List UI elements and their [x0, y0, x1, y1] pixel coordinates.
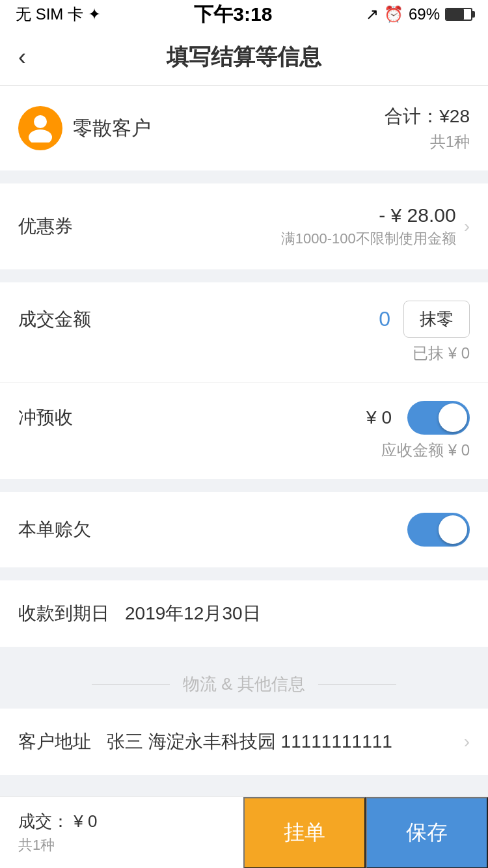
transaction-amount: 0 [379, 307, 390, 331]
debt-row: 本单赊欠 [0, 492, 488, 567]
back-button[interactable]: ‹ [18, 44, 26, 71]
prereceive-right: ¥ 0 [366, 401, 470, 435]
toggle-knob [439, 403, 467, 432]
battery-percent: 69% [409, 5, 440, 23]
bottom-transaction-label: 成交： [18, 811, 69, 831]
round-button[interactable]: 抹零 [403, 301, 470, 338]
bottom-left: 成交： ¥ 0 共1种 [0, 810, 243, 855]
status-time: 下午3:18 [194, 1, 272, 28]
direction-icon: ↗ [366, 5, 379, 23]
address-section[interactable]: 客户地址 张三 海淀永丰科技园 11111111111 › [0, 709, 488, 775]
avatar [18, 106, 62, 150]
bottom-count: 共1种 [18, 835, 225, 855]
logistics-text: 物流 & 其他信息 [183, 673, 305, 696]
prereceive-toggle[interactable] [407, 401, 470, 435]
address-chevron-icon: › [464, 731, 470, 752]
status-right: ↗ ⏰ 69% [366, 5, 472, 23]
debt-toggle-knob [439, 515, 467, 544]
customer-left: 零散客户 [18, 106, 151, 150]
coupon-amount: - ¥ 28.00 [281, 204, 456, 226]
coupon-info: - ¥ 28.00 满1000-100不限制使用金额 [281, 204, 456, 249]
logistics-line-right [318, 684, 396, 685]
customer-name: 零散客户 [73, 115, 151, 142]
page-title: 填写结算等信息 [167, 42, 321, 72]
transaction-label: 成交金额 [18, 307, 91, 332]
sim-label: 无 SIM 卡 ✦ [16, 4, 101, 25]
customer-total: 合计：¥28 共1种 [385, 104, 470, 152]
prereceive-row: 冲预收 ¥ 0 [0, 382, 488, 440]
prereceive-label: 冲预收 [18, 405, 73, 430]
duedate-section: 收款到期日 2019年12月30日 [0, 580, 488, 647]
nav-bar: ‹ 填写结算等信息 [0, 29, 488, 86]
hold-button[interactable]: 挂单 [243, 797, 366, 869]
bottom-transaction-amount: ¥ 0 [74, 811, 97, 831]
coupon-desc: 满1000-100不限制使用金额 [281, 229, 456, 249]
transaction-row: 成交金额 0 抹零 [0, 282, 488, 343]
battery-icon [445, 8, 472, 21]
bottom-transaction: 成交： ¥ 0 [18, 810, 225, 833]
chevron-right-icon: › [464, 216, 470, 237]
debt-toggle[interactable] [407, 513, 470, 547]
duedate-label: 收款到期日 [18, 601, 109, 626]
address-label: 客户地址 [18, 729, 91, 754]
customer-section: 零散客户 合计：¥28 共1种 [0, 86, 488, 170]
duedate-value: 2019年12月30日 [125, 601, 261, 626]
coupon-section[interactable]: 优惠券 - ¥ 28.00 满1000-100不限制使用金额 › [0, 183, 488, 269]
person-icon [27, 114, 53, 142]
transaction-section: 成交金额 0 抹零 已抹 ¥ 0 冲预收 ¥ 0 应收金额 ¥ 0 [0, 282, 488, 479]
save-button[interactable]: 保存 [366, 797, 488, 869]
alarm-icon: ⏰ [384, 5, 403, 23]
status-left: 无 SIM 卡 ✦ [16, 4, 101, 25]
logistics-label: 物流 & 其他信息 [92, 673, 396, 696]
logistics-line-left [92, 684, 170, 685]
status-bar: 无 SIM 卡 ✦ 下午3:18 ↗ ⏰ 69% [0, 0, 488, 29]
prereceive-amount: ¥ 0 [366, 407, 392, 428]
total-amount: 合计：¥28 [385, 104, 470, 129]
prereceive-sub: 应收金额 ¥ 0 [0, 440, 488, 479]
transaction-sub: 已抹 ¥ 0 [0, 343, 488, 382]
address-value: 张三 海淀永丰科技园 11111111111 [107, 729, 464, 754]
address-row: 客户地址 张三 海淀永丰科技园 11111111111 › [0, 709, 488, 775]
coupon-label: 优惠券 [18, 214, 73, 239]
logistics-divider-section: 物流 & 其他信息 [0, 660, 488, 709]
total-count: 共1种 [385, 131, 470, 152]
svg-point-1 [29, 129, 52, 142]
coupon-right: - ¥ 28.00 满1000-100不限制使用金额 › [281, 204, 470, 249]
debt-label: 本单赊欠 [18, 517, 91, 542]
debt-section: 本单赊欠 [0, 492, 488, 567]
svg-point-0 [34, 115, 47, 128]
transaction-amount-box: 0 抹零 [379, 301, 470, 338]
bottom-bar: 成交： ¥ 0 共1种 挂单 保存 [0, 796, 488, 868]
duedate-row: 收款到期日 2019年12月30日 [0, 580, 488, 647]
